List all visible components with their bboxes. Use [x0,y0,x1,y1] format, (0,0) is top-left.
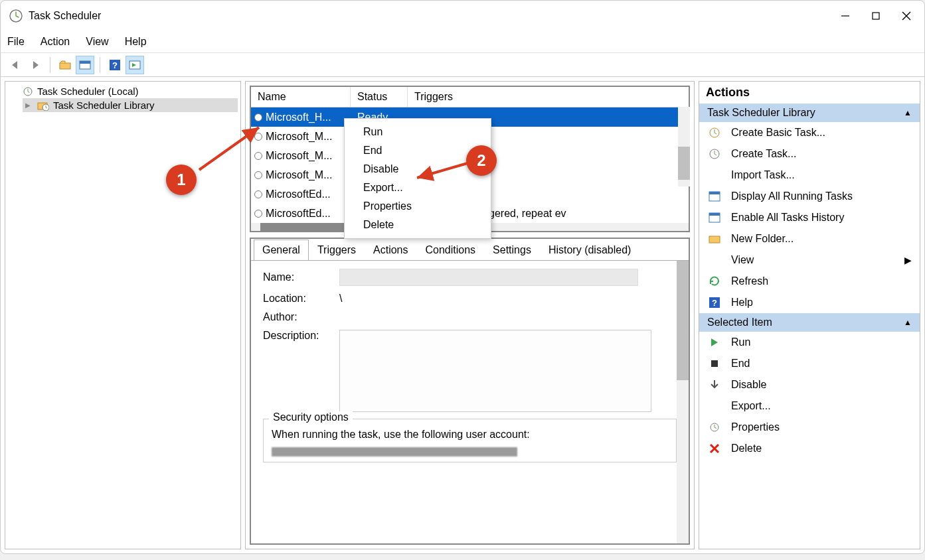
name-label: Name: [263,271,339,283]
folder-icon [707,234,722,244]
disable-arrow-icon [707,380,722,390]
help-icon: ? [707,297,722,309]
refresh-view-button[interactable] [76,56,94,74]
action-new-folder[interactable]: New Folder... [699,228,920,249]
col-name[interactable]: Name [251,87,351,107]
title-bar: Task Scheduler [1,1,924,31]
menu-help[interactable]: Help [125,36,147,48]
action-export[interactable]: Export... [699,395,920,417]
back-button[interactable] [6,56,25,74]
actions-pane: Actions Task Scheduler Library ▲ Create … [699,81,920,549]
svg-text:?: ? [712,298,717,308]
annotation-arrow-1 [195,119,268,179]
clock-icon [251,209,266,218]
col-status[interactable]: Status [351,87,408,107]
action-properties[interactable]: Properties [699,417,920,438]
svg-line-33 [199,127,259,170]
action-help[interactable]: ? Help [699,292,920,313]
tab-settings[interactable]: Settings [484,240,540,261]
toolbar-separator [50,57,50,73]
close-button[interactable] [891,1,922,31]
actions-group-library[interactable]: Task Scheduler Library ▲ [699,104,920,122]
delete-icon [707,443,722,454]
security-text: When running the task, use the following… [272,429,668,441]
action-display-running[interactable]: Display All Running Tasks [699,186,920,207]
action-enable-history[interactable]: Enable All Tasks History [699,207,920,228]
collapse-icon[interactable]: ▲ [904,318,912,327]
toolbar: ? [1,53,924,77]
tab-triggers[interactable]: Triggers [309,240,365,261]
location-label: Location: [263,293,339,305]
tab-conditions[interactable]: Conditions [416,240,484,261]
toolbar-separator [100,57,100,73]
folder-up-button[interactable] [56,56,74,74]
svg-line-34 [417,163,467,178]
svg-rect-25 [709,213,720,216]
annotation-1: 1 [166,165,197,195]
tree-library[interactable]: ▶ Task Scheduler Library [23,98,238,112]
action-refresh[interactable]: Refresh [699,271,920,292]
tree-library-label: Task Scheduler Library [53,100,155,111]
ctx-run[interactable]: Run [345,123,491,141]
task-list-header: Name Status Triggers [251,87,689,107]
wizard-icon [707,127,722,139]
annotation-bubble: 1 [166,165,197,195]
tree-root[interactable]: Task Scheduler (Local) [8,84,238,98]
action-create-task[interactable]: Create Task... [699,143,920,165]
expand-icon[interactable]: ▶ [25,102,33,109]
description-input[interactable] [339,330,651,412]
action-run[interactable]: Run [699,332,920,353]
action-end[interactable]: End [699,353,920,374]
menu-action[interactable]: Action [41,36,70,48]
task-name: Microsoft_M... [266,131,351,143]
folder-clock-icon [37,100,49,111]
task-name: MicrosoftEd... [266,188,351,200]
action-pane-toggle-button[interactable] [126,56,144,74]
tab-actions[interactable]: Actions [365,240,416,261]
author-label: Author: [263,311,339,323]
actions-group-selected[interactable]: Selected Item ▲ [699,313,920,332]
annotation-arrow-2 [412,159,478,186]
actions-group-label: Task Scheduler Library [707,107,815,119]
forward-button[interactable] [26,56,44,74]
task-name: Microsoft_M... [266,169,351,181]
maximize-button[interactable] [861,1,891,31]
properties-icon [707,422,722,433]
minimize-button[interactable] [830,1,861,31]
svg-rect-7 [80,61,90,64]
svg-rect-2 [873,13,879,19]
action-disable[interactable]: Disable [699,374,920,395]
tab-history[interactable]: History (disabled) [540,240,639,261]
collapse-icon[interactable]: ▲ [904,108,912,117]
tab-general[interactable]: General [254,240,309,261]
action-create-basic-task[interactable]: Create Basic Task... [699,122,920,143]
action-view[interactable]: View ▶ [699,249,920,271]
svg-rect-23 [709,192,720,194]
help-toolbar-button[interactable]: ? [106,56,124,74]
action-delete[interactable]: Delete [699,438,920,459]
ctx-delete[interactable]: Delete [345,216,491,234]
clock-icon [23,86,33,97]
menu-file[interactable]: File [7,36,25,48]
security-legend: Security options [269,411,353,423]
location-value: \ [339,293,342,305]
stop-icon [707,360,722,368]
col-triggers[interactable]: Triggers [408,87,689,107]
action-import-task[interactable]: Import Task... [699,165,920,186]
security-fieldset: Security options When running the task, … [263,419,677,462]
description-label: Description: [263,330,339,342]
vertical-scrollbar[interactable] [678,107,690,186]
redacted-account [272,447,517,456]
svg-text:?: ? [112,60,118,70]
task-name: MicrosoftEd... [266,208,351,220]
app-clock-icon [9,9,23,23]
name-input[interactable] [339,269,638,286]
task-name: Microsoft_H... [266,111,351,123]
tasks-icon [707,191,722,202]
menu-view[interactable]: View [86,36,108,48]
clock-icon [251,190,266,199]
svg-rect-5 [60,63,70,69]
svg-point-19 [255,210,262,217]
detail-scrollbar[interactable] [677,261,689,543]
ctx-properties[interactable]: Properties [345,197,491,216]
